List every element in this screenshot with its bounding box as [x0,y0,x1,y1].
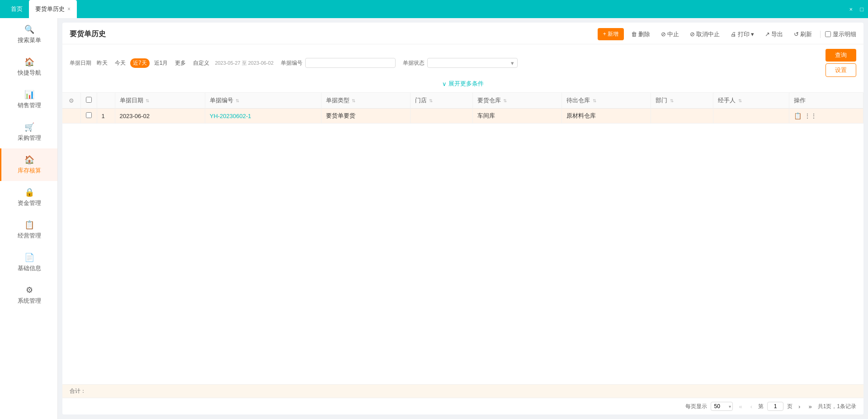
sidebar-item-inventory[interactable]: 🏠 库存核算 [0,148,57,181]
display-detail-label: 显示明细 [825,30,856,38]
col-doc-no[interactable]: 单据编号 ⇅ [205,93,321,109]
date-btn-yesterday[interactable]: 昨天 [94,58,110,68]
expand-more-btn[interactable]: ∨ 展开更多条件 [70,80,856,88]
stop-button[interactable]: ⊘ 中止 [657,29,683,40]
sort-icon-handler: ⇅ [738,98,742,103]
window-maximize-btn[interactable]: □ [860,6,863,13]
col-department[interactable]: 部门 ⇅ [651,93,713,109]
first-page-btn[interactable]: « [736,402,744,411]
col-store[interactable]: 门店 ⇅ [410,93,472,109]
tab-close-icon[interactable]: × [67,6,71,12]
docstatus-filter-select[interactable] [427,58,518,68]
sales-mgmt-icon: 📊 [24,90,34,100]
sidebar-item-label: 搜索菜单 [18,36,41,44]
col-doc-date[interactable]: 单据日期 ⇅ [115,93,205,109]
sidebar-item-system-mgmt[interactable]: ⚙ 系统管理 [0,279,57,311]
filter-group-date: 单据日期 昨天 今天 近7天 近1月 更多 自定义 2023-05-27 至 2… [70,58,274,68]
date-btn-1month[interactable]: 近1月 [151,58,171,68]
sidebar-item-sales-mgmt[interactable]: 📊 销售管理 [0,83,57,116]
sidebar-item-label: 经营管理 [18,232,41,240]
settings-button[interactable]: 设置 [826,63,856,77]
filter-row-1: 单据日期 昨天 今天 近7天 近1月 更多 自定义 2023-05-27 至 2… [70,49,856,77]
sidebar-item-finance-mgmt[interactable]: 🔒 资金管理 [0,181,57,214]
col-doc-type[interactable]: 单据类型 ⇅ [321,93,410,109]
prev-page-btn[interactable]: ‹ [748,402,755,411]
cell-doc-date: 2023-06-02 [115,109,205,124]
date-btn-more[interactable]: 更多 [172,58,189,68]
next-page-btn[interactable]: › [796,402,802,411]
refresh-icon: ↺ [794,31,799,38]
sort-icon-docdate: ⇅ [146,98,149,103]
row-checkbox[interactable] [86,112,92,118]
refresh-button[interactable]: ↺ 刷新 [790,29,816,40]
table-header-row: ⚙ 单据日期 ⇅ 单据编号 ⇅ [62,93,863,109]
col-handler[interactable]: 经手人 ⇅ [713,93,789,109]
purchase-mgmt-icon: 🛒 [24,122,34,132]
sidebar-item-label: 快捷导航 [18,69,41,77]
main-layout: 🔍 搜索菜单 🏠 快捷导航 📊 销售管理 🛒 采购管理 🏠 库存核算 🔒 资金管… [0,18,868,419]
tab-requisition-history[interactable]: 要货单历史 × [29,0,77,18]
delete-icon: 🗑 [631,31,637,38]
cell-req-warehouse: 车间库 [472,109,561,124]
col-pending-warehouse[interactable]: 待出仓库 ⇅ [562,93,651,109]
doc-no-link[interactable]: YH-20230602-1 [210,113,251,119]
export-button[interactable]: ↗ 导出 [761,29,787,40]
page-size-select[interactable]: 20 50 100 [711,402,733,411]
tab-home-label: 首页 [11,5,23,13]
display-detail-checkbox[interactable] [825,31,831,37]
toolbar: + 新增 🗑 删除 ⊘ 中止 ⊘ 取消中止 🖨 打 [598,28,856,40]
col-checkbox [80,93,97,109]
page-title: 要货单历史 [70,29,598,39]
delete-button[interactable]: 🗑 删除 [627,29,654,40]
more-action-icon[interactable]: ⋮⋮ [804,112,817,119]
main-table: ⚙ 单据日期 ⇅ 单据编号 ⇅ [62,93,863,124]
cancel-stop-icon: ⊘ [690,31,695,38]
filter-group-docno: 单据编号 [281,58,396,68]
sidebar-item-search-menu[interactable]: 🔍 搜索菜单 [0,18,57,51]
print-dropdown-icon: ▾ [751,31,754,38]
tab-home[interactable]: 首页 [5,0,29,18]
filter-area: 单据日期 昨天 今天 近7天 近1月 更多 自定义 2023-05-27 至 2… [62,44,863,93]
date-btn-custom[interactable]: 自定义 [190,58,212,68]
col-settings[interactable]: ⚙ [62,93,80,109]
stop-icon: ⊘ [661,31,666,38]
cell-pending-warehouse: 原材料仓库 [562,109,651,124]
page-label: 第 [758,403,764,410]
page-size-label: 每页显示 [685,403,707,410]
sidebar-item-quick-nav[interactable]: 🏠 快捷导航 [0,51,57,83]
basic-info-icon: 📄 [24,252,34,262]
cell-store [410,109,472,124]
filter-group-docstatus: 单据状态 [403,58,518,68]
date-quick-btns: 昨天 今天 近7天 近1月 更多 自定义 [94,58,212,68]
query-button[interactable]: 查询 [826,49,856,62]
date-filter-label: 单据日期 [70,59,91,67]
sidebar-item-basic-info[interactable]: 📄 基础信息 [0,246,57,279]
date-btn-7days[interactable]: 近7天 [130,58,150,68]
cancel-stop-button[interactable]: ⊘ 取消中止 [686,29,723,40]
date-btn-today[interactable]: 今天 [112,58,128,68]
content-area: 要货单历史 + 新增 🗑 删除 ⊘ 中止 ⊘ 取消中止 [58,18,868,419]
sidebar-item-label: 资金管理 [18,199,41,207]
docno-filter-input[interactable] [305,58,396,68]
finance-mgmt-icon: 🔒 [24,187,34,197]
col-operation: 操作 [789,93,863,109]
select-all-checkbox[interactable] [86,97,92,103]
col-req-warehouse[interactable]: 要货仓库 ⇅ [472,93,561,109]
new-button[interactable]: + 新增 [598,28,624,40]
cell-settings [62,109,80,124]
sidebar-item-purchase-mgmt[interactable]: 🛒 采购管理 [0,116,57,148]
view-action-icon[interactable]: 📋 [794,112,802,119]
col-seq [97,93,115,109]
print-button[interactable]: 🖨 打印 ▾ [727,29,758,40]
system-mgmt-icon: ⚙ [26,285,33,295]
query-btn-group: 查询 设置 [826,49,856,77]
sidebar-item-operations-mgmt[interactable]: 📋 经营管理 [0,214,57,246]
window-close-btn[interactable]: × [849,6,853,13]
cell-doc-no: YH-20230602-1 [205,109,321,124]
search-menu-icon: 🔍 [24,24,34,34]
last-page-btn[interactable]: » [806,402,814,411]
page-label-end: 页 [787,403,793,410]
page-input[interactable] [767,402,783,411]
page-card: 要货单历史 + 新增 🗑 删除 ⊘ 中止 ⊘ 取消中止 [62,23,863,414]
sidebar-item-label: 基础信息 [18,264,41,272]
